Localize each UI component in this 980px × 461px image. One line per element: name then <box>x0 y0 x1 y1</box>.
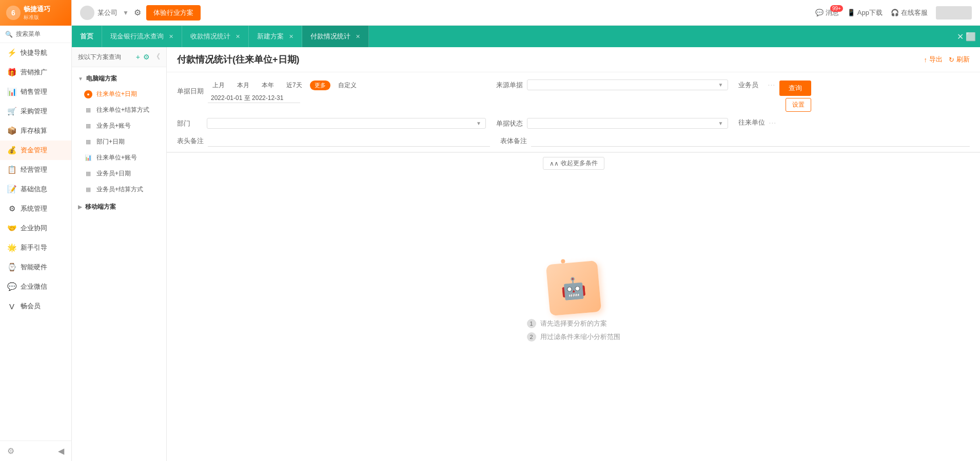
date-range-input[interactable] <box>208 93 300 103</box>
operations-label: 经营管理 <box>21 165 47 174</box>
collapse-scheme-panel-icon[interactable]: 《 <box>153 52 160 62</box>
sidebar-item-marketing[interactable]: 🎁 营销推广 <box>0 63 71 82</box>
page-header-actions: ↑ 导出 ↻ 刷新 <box>924 55 970 64</box>
tab-receipt-stats-label: 收款情况统计 <box>190 32 230 41</box>
header-note-input[interactable] <box>208 135 490 147</box>
tab-bank-flow-label: 现金银行流水查询 <box>110 32 164 41</box>
last-7-days-option[interactable]: 近7天 <box>282 79 307 91</box>
mobile-group-title[interactable]: ▶ 移动端方案 <box>72 199 166 214</box>
export-button[interactable]: ↑ 导出 <box>924 55 943 64</box>
scheme-item-往来单位日期[interactable]: ●往来单位+日期 <box>72 86 166 102</box>
tab-receipt-stats[interactable]: 收款情况统计✕ <box>182 26 249 47</box>
app-download-label: App下载 <box>857 8 883 17</box>
collapse-sidebar-icon[interactable]: ◀ <box>58 446 64 456</box>
scheme-item-业务员结算方式[interactable]: ▦业务员+结算方式 <box>72 182 166 197</box>
source-select-arrow-icon: ▼ <box>718 82 723 88</box>
sidebar-item-quick-nav[interactable]: ⚡ 快捷导航 <box>0 43 71 63</box>
scheme-icon: ▦ <box>84 186 92 194</box>
set-button[interactable]: 设置 <box>786 98 811 112</box>
message-icon: 💬 <box>815 9 824 16</box>
sidebar-item-inventory[interactable]: 📦 库存核算 <box>0 121 71 141</box>
sidebar-item-basic[interactable]: 📝 基础信息 <box>0 179 71 199</box>
salesperson-dots[interactable]: ··· <box>768 81 776 89</box>
search-menu[interactable]: 🔍 搜索菜单 <box>0 26 71 43</box>
user-avatar[interactable] <box>936 6 972 19</box>
collapse-bar: ∧∧ 收起更多条件 <box>167 152 980 174</box>
source-select[interactable]: ▼ <box>527 79 728 90</box>
logo-sub: 标准版 <box>24 14 50 21</box>
scheme-item-label: 往来单位+日期 <box>96 90 137 98</box>
sidebar-item-hardware[interactable]: ⌚ 智能硬件 <box>0 257 71 277</box>
close-tab-new-scheme-icon[interactable]: ✕ <box>289 33 293 40</box>
app-icon: 📱 <box>847 9 855 16</box>
body-note-field: 表体备注 <box>500 135 970 147</box>
filter-row-3: 表头备注 表体备注 <box>177 135 970 147</box>
page-title: 付款情况统计(往来单位+日期) <box>177 53 300 66</box>
counterpart-dots[interactable]: ··· <box>769 118 777 127</box>
dept-select[interactable]: ▼ <box>207 118 486 129</box>
collapse-up-icon: ∧∧ <box>550 160 559 167</box>
quick-nav-icon: ⚡ <box>7 48 16 57</box>
filter-row-2: 部门 ▼ 单据状态 ▼ 往来单位 <box>177 118 970 129</box>
custom-option[interactable]: 自定义 <box>334 79 361 91</box>
last-month-option[interactable]: 上月 <box>208 79 229 91</box>
desktop-group-title[interactable]: ▼ 电脑端方案 <box>72 71 166 86</box>
scheme-item-业务员日期[interactable]: ▦业务员+日期 <box>72 166 166 182</box>
sidebar-item-purchase[interactable]: 🛒 采购管理 <box>0 102 71 121</box>
tab-new-scheme[interactable]: 新建方案✕ <box>249 26 302 47</box>
sidebar-item-system[interactable]: ⚙ 系统管理 <box>0 199 71 218</box>
trial-button[interactable]: 体验行业方案 <box>146 5 201 21</box>
sidebar-item-member[interactable]: V 畅会员 <box>0 296 71 316</box>
close-tab-receipt-stats-icon[interactable]: ✕ <box>236 33 240 40</box>
add-scheme-icon[interactable]: + <box>136 53 140 61</box>
scheme-item-往来单位账号[interactable]: 📊往来单位+账号 <box>72 150 166 166</box>
guide-icon: 🌟 <box>7 243 16 252</box>
close-tab-payment-stats-icon[interactable]: ✕ <box>356 33 360 40</box>
guide-label: 新手引导 <box>21 243 47 252</box>
doc-status-select[interactable]: ▼ <box>527 118 728 129</box>
tip-1-num: 1 <box>527 319 536 328</box>
more-options[interactable]: 更多 <box>310 81 330 90</box>
refresh-icon: ↻ <box>949 56 954 64</box>
filter-row-1: 单据日期 上月 本月 本年 近7天 更多 自定义 <box>177 79 970 112</box>
basic-icon: 📝 <box>7 185 16 194</box>
tab-payment-stats[interactable]: 付款情况统计✕ <box>302 26 369 47</box>
profile-chevron-icon[interactable]: ▼ <box>123 9 129 16</box>
scheme-item-往来单位结算方式[interactable]: ▦往来单位+结算方式 <box>72 102 166 118</box>
refresh-button[interactable]: ↻ 刷新 <box>949 55 970 64</box>
scheme-item-label: 业务员+日期 <box>96 169 131 178</box>
desktop-arrow-icon: ▼ <box>78 76 83 82</box>
mobile-arrow-icon: ▶ <box>78 204 82 210</box>
messages-button[interactable]: 💬 消息 99+ <box>815 8 839 17</box>
close-tab-bank-flow-icon[interactable]: ✕ <box>169 33 173 40</box>
sidebar-item-enterprise[interactable]: 🤝 企业协同 <box>0 218 71 238</box>
sidebar-item-sales[interactable]: 📊 销售管理 <box>0 82 71 102</box>
member-label: 畅会员 <box>21 302 41 311</box>
settings-gear-icon[interactable]: ⚙ <box>134 8 141 17</box>
sidebar-item-guide[interactable]: 🌟 新手引导 <box>0 238 71 257</box>
body-note-input[interactable] <box>531 135 970 147</box>
filter-area: 单据日期 上月 本月 本年 近7天 更多 自定义 <box>167 72 980 152</box>
settings-icon[interactable]: ⚙ <box>7 446 14 456</box>
collapse-button[interactable]: ∧∧ 收起更多条件 <box>543 157 604 170</box>
app-download-button[interactable]: 📱 App下载 <box>847 8 883 17</box>
sidebar-item-wechat[interactable]: 💬 企业微信 <box>0 277 71 296</box>
scheme-icon: ● <box>84 90 92 98</box>
scheme-settings-icon[interactable]: ⚙ <box>143 53 150 61</box>
close-all-tabs-icon[interactable]: ✕ <box>957 32 964 42</box>
query-button[interactable]: 查询 <box>779 81 811 96</box>
doc-status-label: 单据状态 <box>496 119 523 128</box>
maximize-icon[interactable]: ⬜ <box>966 32 976 42</box>
scheme-item-业务员账号[interactable]: ▦业务员+账号 <box>72 118 166 134</box>
sidebar-item-finance[interactable]: 💰 资金管理 <box>0 141 71 160</box>
this-year-option[interactable]: 本年 <box>257 79 279 91</box>
profile-section[interactable]: 某公司 <box>80 6 117 20</box>
tab-home[interactable]: 首页 <box>72 26 102 47</box>
logo-text: 畅捷通巧 标准版 <box>24 5 50 21</box>
counterpart-field: 往来单位 ··· <box>738 118 970 127</box>
this-month-option[interactable]: 本月 <box>232 79 254 91</box>
scheme-item-部门日期[interactable]: ▦部门+日期 <box>72 134 166 150</box>
tab-bank-flow[interactable]: 现金银行流水查询✕ <box>102 26 182 47</box>
sidebar-item-operations[interactable]: 📋 经营管理 <box>0 160 71 179</box>
online-service-button[interactable]: 🎧 在线客服 <box>891 8 928 17</box>
